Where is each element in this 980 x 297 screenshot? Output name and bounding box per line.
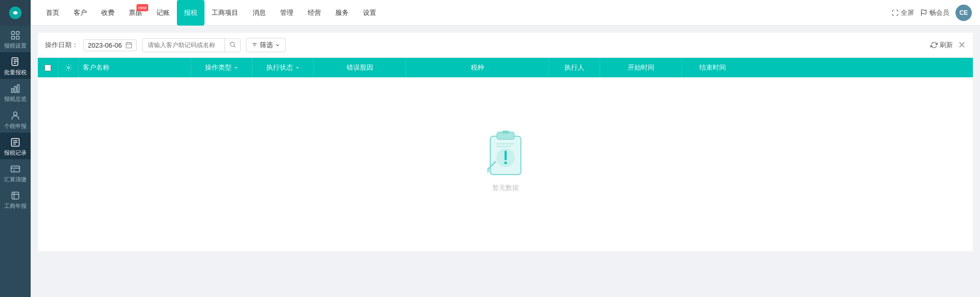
nav-jingying[interactable]: 经营 bbox=[301, 0, 328, 26]
avatar-text: CE bbox=[960, 9, 968, 16]
sidebar-item-baoshui-jilu[interactable]: 报税记录 bbox=[0, 133, 31, 159]
table-header: 客户名称 操作类型 执行状态 错误股因 bbox=[38, 58, 973, 77]
th-checkbox[interactable] bbox=[38, 58, 58, 77]
svg-rect-4 bbox=[16, 36, 19, 39]
settlement-icon bbox=[10, 163, 21, 175]
filter-icon bbox=[252, 42, 258, 48]
nav-baoshui[interactable]: 报税 bbox=[177, 0, 204, 26]
fullscreen-label: 全屏 bbox=[901, 8, 914, 17]
avatar[interactable]: CE bbox=[955, 5, 972, 21]
nav-gongshang[interactable]: 工商项目 bbox=[204, 0, 245, 26]
refresh-button[interactable]: 刷新 bbox=[930, 40, 953, 50]
svg-rect-2 bbox=[16, 32, 19, 35]
nav-shezhi[interactable]: 设置 bbox=[356, 0, 383, 26]
sidebar-item-piliang-baoshui[interactable]: 批量报税 bbox=[0, 52, 31, 79]
record-icon bbox=[10, 137, 21, 148]
vip-label: 畅会员 bbox=[929, 8, 949, 17]
th-exec-status[interactable]: 执行状态 bbox=[253, 58, 314, 77]
svg-line-29 bbox=[234, 46, 235, 47]
filter-bar: 操作日期： 2023-06-06 bbox=[38, 33, 973, 58]
svg-rect-11 bbox=[17, 85, 19, 93]
overview-icon bbox=[10, 83, 21, 94]
topnav-right: 全屏 畅会员 CE bbox=[892, 5, 972, 21]
sidebar-item-baoshui-zonlan[interactable]: 报税总览 bbox=[0, 79, 31, 105]
new-badge: new bbox=[136, 4, 148, 11]
sidebar-item-label: 批量报税 bbox=[4, 69, 27, 76]
search-icon bbox=[229, 41, 236, 48]
filter-button[interactable]: 筛选 bbox=[246, 38, 286, 52]
svg-rect-20 bbox=[12, 192, 18, 199]
nav-fuwu[interactable]: 服务 bbox=[328, 0, 356, 26]
topnav: 首页 客户 收费 票据 new 记账 报税 工商项目 消息 管理 经营 服务 设… bbox=[31, 0, 980, 26]
nav-piaoju[interactable]: 票据 new bbox=[122, 0, 149, 26]
refresh-label: 刷新 bbox=[940, 40, 953, 50]
th-executor: 执行人 bbox=[549, 58, 600, 77]
fullscreen-button[interactable]: 全屏 bbox=[892, 8, 914, 17]
filter-label: 筛选 bbox=[260, 40, 273, 50]
svg-rect-10 bbox=[14, 87, 16, 93]
content-area: 操作日期： 2023-06-06 bbox=[31, 26, 980, 297]
svg-point-12 bbox=[14, 112, 17, 115]
select-all-checkbox[interactable] bbox=[44, 65, 51, 71]
settings-icon bbox=[10, 30, 21, 41]
date-label: 操作日期： bbox=[45, 40, 78, 50]
sort-icon bbox=[234, 65, 239, 70]
nav-xiaoxi[interactable]: 消息 bbox=[245, 0, 273, 26]
svg-point-33 bbox=[67, 67, 70, 69]
search-input[interactable] bbox=[143, 39, 224, 51]
fullscreen-icon bbox=[892, 9, 899, 16]
refresh-icon bbox=[930, 41, 938, 49]
table-container: 操作日期： 2023-06-06 bbox=[38, 33, 973, 251]
calendar-icon bbox=[125, 41, 132, 49]
close-button[interactable]: ✕ bbox=[958, 40, 966, 50]
svg-rect-24 bbox=[126, 43, 131, 48]
nav-kehu[interactable]: 客户 bbox=[66, 0, 94, 26]
sidebar-item-label: 报税总览 bbox=[4, 96, 27, 102]
nav-zhangbu[interactable]: 记账 bbox=[149, 0, 177, 26]
svg-rect-3 bbox=[12, 36, 15, 39]
vip-button[interactable]: 畅会员 bbox=[920, 8, 949, 17]
batch-tax-icon bbox=[10, 56, 21, 68]
svg-point-28 bbox=[230, 42, 234, 46]
th-tax-type: 税种 bbox=[406, 58, 549, 77]
sidebar-item-huisuan[interactable]: 汇算清缴 bbox=[0, 159, 31, 186]
svg-point-39 bbox=[504, 162, 507, 164]
svg-rect-1 bbox=[12, 32, 15, 35]
th-end-time: 结束时间 bbox=[682, 58, 743, 77]
vip-icon bbox=[920, 9, 927, 16]
sort-icon2 bbox=[295, 65, 300, 70]
svg-rect-36 bbox=[502, 131, 509, 134]
sidebar-item-label: 汇算清缴 bbox=[4, 176, 27, 183]
sidebar-item-label: 报税设置 bbox=[4, 43, 27, 49]
empty-state: 暂无数据 bbox=[38, 77, 973, 251]
th-settings bbox=[58, 58, 79, 77]
sidebar-item-label: 报税记录 bbox=[4, 150, 27, 156]
date-input[interactable]: 2023-06-06 bbox=[83, 39, 137, 51]
chevron-down-icon bbox=[275, 43, 280, 48]
person-tax-icon bbox=[10, 110, 21, 121]
search-button[interactable] bbox=[224, 39, 240, 52]
th-start-time: 开始时间 bbox=[600, 58, 682, 77]
annual-report-icon bbox=[10, 190, 21, 201]
column-settings-icon bbox=[65, 64, 72, 71]
date-value: 2023-06-06 bbox=[88, 41, 122, 49]
empty-illustration bbox=[483, 126, 529, 177]
sidebar: 报税设置 批量报税 报税总览 个税申报 bbox=[0, 0, 31, 297]
th-client-name: 客户名称 bbox=[79, 58, 191, 77]
nav-guanli[interactable]: 管理 bbox=[273, 0, 301, 26]
svg-rect-17 bbox=[11, 166, 20, 172]
search-box[interactable] bbox=[142, 38, 241, 52]
sidebar-item-baoshui-shezhi[interactable]: 报税设置 bbox=[0, 26, 31, 52]
nav-shouye[interactable]: 首页 bbox=[39, 0, 66, 26]
sidebar-item-label: 个税申报 bbox=[4, 123, 27, 130]
sidebar-item-geshui[interactable]: 个税申报 bbox=[0, 106, 31, 133]
app-logo bbox=[0, 0, 31, 26]
empty-text: 暂无数据 bbox=[492, 183, 519, 193]
sidebar-item-gongshangnian[interactable]: 工商年报 bbox=[0, 186, 31, 213]
main-wrap: 首页 客户 收费 票据 new 记账 报税 工商项目 消息 管理 经营 服务 设… bbox=[31, 0, 980, 297]
th-error-reason: 错误股因 bbox=[314, 58, 406, 77]
sidebar-item-label: 工商年报 bbox=[4, 203, 27, 209]
th-op-type[interactable]: 操作类型 bbox=[191, 58, 253, 77]
svg-rect-9 bbox=[12, 89, 13, 93]
nav-shoufei[interactable]: 收费 bbox=[94, 0, 122, 26]
